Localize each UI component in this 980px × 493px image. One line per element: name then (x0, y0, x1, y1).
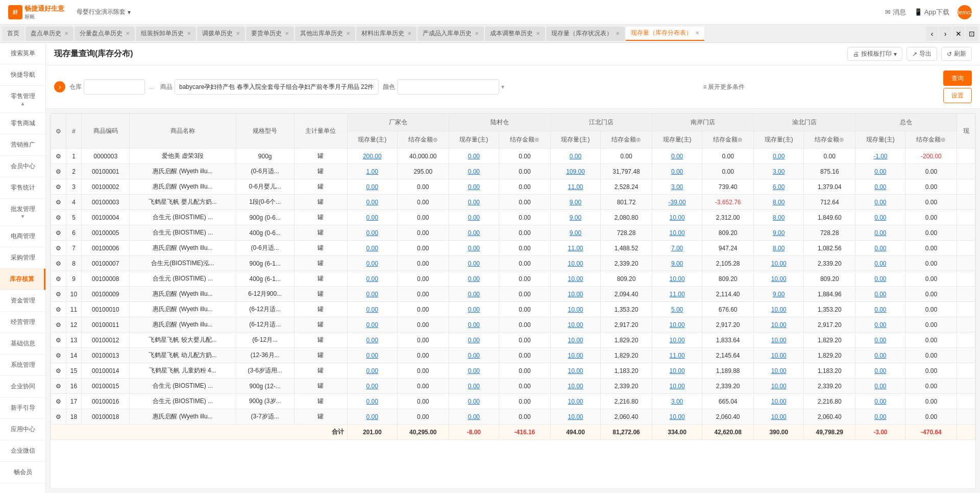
table-cell[interactable]: 0.00 (449, 348, 499, 363)
table-cell[interactable]: 0.00 (855, 302, 905, 317)
close-tab-status[interactable]: ✕ (616, 31, 620, 36)
sidebar-item-retail[interactable]: 零售管理 ▲ (0, 86, 45, 113)
sidebar-item-system[interactable]: 系统管理 (0, 355, 45, 376)
table-cell[interactable]: 10.00 (754, 271, 804, 287)
table-cell[interactable]: 9.00 (754, 225, 804, 241)
sidebar-item-operation[interactable]: 经营管理 (0, 312, 45, 333)
close-tab-assemble[interactable]: ✕ (187, 31, 191, 36)
table-cell[interactable]: 0.00 (855, 363, 905, 379)
table-cell[interactable]: 9.00 (550, 210, 600, 225)
table-cell[interactable]: 11.00 (652, 348, 702, 363)
table-cell[interactable]: 0.00 (449, 317, 499, 333)
table-cell[interactable]: 10.00 (550, 287, 600, 302)
row-gear[interactable]: ⚙ (51, 210, 66, 225)
row-gear-icon[interactable]: ⚙ (56, 199, 61, 206)
sidebar-item-guide[interactable]: 新手引导 (0, 397, 45, 419)
row-gear-icon[interactable]: ⚙ (56, 383, 61, 390)
table-cell[interactable]: 3.00 (754, 164, 804, 179)
table-cell[interactable]: 10.00 (550, 409, 600, 425)
sidebar-item-corp[interactable]: 企业协同 (0, 376, 45, 397)
warehouse-dots[interactable]: ... (147, 83, 156, 90)
setting-btn[interactable]: 设置 (943, 88, 972, 103)
table-cell[interactable]: 0.00 (855, 379, 905, 394)
row-gear-icon[interactable]: ⚙ (56, 321, 61, 328)
row-gear[interactable]: ⚙ (51, 225, 66, 241)
row-gear[interactable]: ⚙ (51, 348, 66, 363)
table-cell[interactable]: 0.00 (347, 271, 397, 287)
table-cell[interactable]: 10.00 (652, 225, 702, 241)
table-cell[interactable]: 0.00 (449, 394, 499, 409)
row-gear[interactable]: ⚙ (51, 317, 66, 333)
row-gear-icon[interactable]: ⚙ (56, 275, 61, 283)
close-tab-transfer[interactable]: ✕ (236, 31, 240, 36)
tab-close-all-btn[interactable]: ✕ (952, 27, 965, 41)
table-cell[interactable]: 0.00 (449, 302, 499, 317)
expand-btn[interactable]: ≡ 展开更多条件 (703, 83, 745, 91)
table-cell[interactable]: 9.00 (550, 225, 600, 241)
row-gear-icon[interactable]: ⚙ (56, 260, 61, 267)
row-gear-icon[interactable]: ⚙ (56, 214, 61, 221)
table-cell[interactable]: 10.00 (652, 333, 702, 348)
gear-icon[interactable]: ⚙ (56, 128, 61, 135)
sidebar-item-search[interactable]: 搜索英单 (0, 43, 45, 64)
row-gear-icon[interactable]: ⚙ (56, 291, 61, 298)
table-cell[interactable]: 0.00 (855, 348, 905, 363)
tab-next-btn[interactable]: › (939, 27, 951, 41)
table-cell[interactable]: 0.00 (449, 409, 499, 425)
table-cell[interactable]: 0.00 (855, 241, 905, 256)
table-cell[interactable]: 11.00 (550, 179, 600, 195)
table-cell[interactable]: 0.00 (652, 149, 702, 164)
table-cell[interactable]: 0.00 (449, 379, 499, 394)
table-cell[interactable]: 10.00 (550, 271, 600, 287)
table-cell[interactable]: 0.00 (347, 241, 397, 256)
sidebar-item-ecom[interactable]: 电商管理 (0, 226, 45, 247)
table-cell[interactable]: 0.00 (449, 271, 499, 287)
table-cell[interactable]: 10.00 (754, 348, 804, 363)
tab-stock-dist[interactable]: 现存量（库存分布表） ✕ (626, 27, 704, 41)
sidebar-item-corpwx[interactable]: 企业微信 (0, 440, 45, 462)
row-gear[interactable]: ⚙ (51, 179, 66, 195)
query-btn[interactable]: 查询 (943, 71, 972, 86)
export-btn[interactable]: ↗ 导出 (906, 47, 937, 61)
table-cell[interactable]: 10.00 (754, 394, 804, 409)
table-cell[interactable]: 10.00 (550, 363, 600, 379)
table-cell[interactable]: 0.00 (449, 149, 499, 164)
table-cell[interactable]: 0.00 (855, 394, 905, 409)
table-cell[interactable]: 0.00 (855, 287, 905, 302)
tab-stock-count[interactable]: 盘点单历史 ✕ (26, 27, 74, 41)
table-cell[interactable]: 3.00 (652, 179, 702, 195)
table-cell[interactable]: 11.00 (550, 241, 600, 256)
row-gear[interactable]: ⚙ (51, 256, 66, 271)
table-cell[interactable]: 10.00 (652, 379, 702, 394)
tab-branch-stock[interactable]: 分量盘点单历史 ✕ (75, 27, 135, 41)
table-cell[interactable]: 10.00 (550, 256, 600, 271)
table-cell[interactable]: 9.00 (652, 256, 702, 271)
table-cell[interactable]: 0.00 (449, 210, 499, 225)
tab-requisition[interactable]: 要货单历史 ✕ (246, 27, 294, 41)
table-cell[interactable]: 10.00 (754, 302, 804, 317)
sidebar-item-wholesale[interactable]: 批发管理 ▼ (0, 199, 45, 226)
row-gear[interactable]: ⚙ (51, 409, 66, 425)
table-cell[interactable]: 0.00 (347, 287, 397, 302)
table-cell[interactable]: 0.00 (347, 195, 397, 210)
table-cell[interactable]: 10.00 (652, 409, 702, 425)
table-cell[interactable]: 0.00 (550, 149, 600, 164)
table-cell[interactable]: 8.00 (754, 210, 804, 225)
row-gear-icon[interactable]: ⚙ (56, 398, 61, 405)
table-cell[interactable]: 0.00 (855, 210, 905, 225)
table-cell[interactable]: 0.00 (449, 333, 499, 348)
close-tab-req[interactable]: ✕ (285, 31, 289, 36)
table-cell[interactable]: 9.00 (754, 287, 804, 302)
row-gear-icon[interactable]: ⚙ (56, 245, 61, 252)
table-cell[interactable]: 10.00 (550, 302, 600, 317)
table-cell[interactable]: 10.00 (550, 348, 600, 363)
user-menu[interactable]: demo2 (958, 5, 972, 19)
table-cell[interactable]: 10.00 (652, 210, 702, 225)
table-cell[interactable]: 10.00 (550, 379, 600, 394)
table-cell[interactable]: 0.00 (449, 363, 499, 379)
table-cell[interactable]: -1.00 (855, 149, 905, 164)
table-cell[interactable]: 0.00 (449, 195, 499, 210)
table-cell[interactable]: 0.00 (449, 225, 499, 241)
table-cell[interactable]: 10.00 (550, 317, 600, 333)
row-gear-icon[interactable]: ⚙ (56, 153, 61, 160)
